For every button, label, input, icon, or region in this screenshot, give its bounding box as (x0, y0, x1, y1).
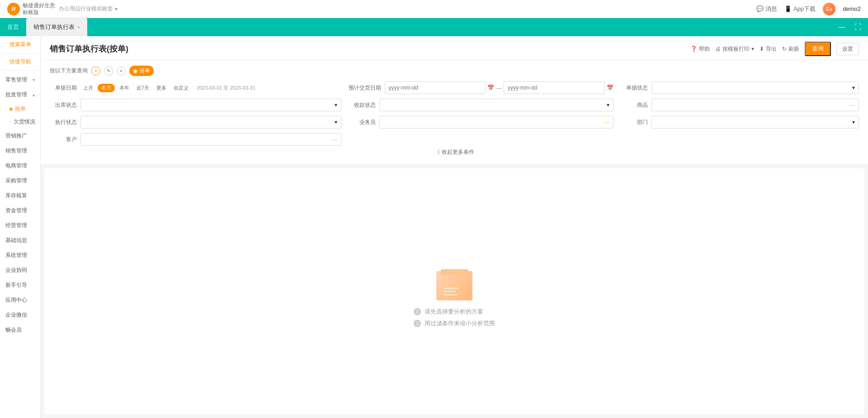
cal-icon-start: 📅 (487, 85, 494, 91)
salesperson-dots: ··· (604, 119, 609, 126)
empty-step-1: 1 请先选择要分析的方案 (414, 308, 483, 316)
sidebar-item-stock-check[interactable]: 库存核算 (0, 188, 40, 203)
retail-mgmt-label: 零售管理 (5, 76, 27, 84)
scheme-edit-btn[interactable]: ✎ (104, 66, 113, 76)
this-month-btn[interactable]: 本月 (98, 84, 115, 92)
scheme-add-btn[interactable]: + (91, 66, 100, 76)
custom-btn[interactable]: 自定义 (171, 84, 191, 92)
date-shortcuts: 上月 本月 本年 近7天 更多 自定义 (80, 84, 191, 92)
page-title: 销售订单执行表(按单) (50, 43, 128, 54)
payment-status-down: ▾ (607, 102, 609, 108)
app-download-action[interactable]: 📱 App下载 (784, 5, 816, 13)
cal-icon-end: 📅 (607, 85, 613, 91)
last-month-btn[interactable]: 上月 (80, 84, 96, 92)
filter-scheme-row: 按以下方案查询 + ✎ « ◉ 按单 (50, 66, 859, 76)
sidebar-item-purchase-mgmt[interactable]: 采购管理 (0, 173, 40, 188)
search-main-label: 查询 (812, 45, 824, 53)
goods-select[interactable]: ··· (651, 99, 859, 111)
salesperson-select[interactable]: ··· (379, 116, 613, 128)
avatar[interactable]: Ea (823, 3, 835, 15)
empty-step-2: 2 用过滤条件来缩小分析范围 (414, 319, 495, 328)
scheme-tag-按单[interactable]: ◉ 按单 (129, 66, 154, 76)
tab-minimize-btn[interactable]: — (835, 21, 848, 33)
step1-text: 请先选择要分析的方案 (425, 308, 483, 316)
business-mgmt-label: 经营管理 (5, 222, 27, 229)
sidebar-item-vip[interactable]: 畅会员 (0, 323, 40, 337)
stock-check-label: 库存核算 (5, 192, 27, 200)
scheme-label: 按单 (15, 105, 26, 113)
avatar-text: Ea (826, 6, 832, 12)
sidebar-item-enterprise-collab[interactable]: 企业协同 (0, 263, 40, 278)
order-status-down: ▾ (852, 85, 855, 91)
sidebar-item-basic-info[interactable]: 基础信息 (0, 233, 40, 248)
tab-close-icon[interactable]: × (77, 24, 80, 30)
app-download-label: App下载 (793, 5, 816, 13)
this-year-btn[interactable]: 本年 (117, 84, 132, 92)
expected-end-input[interactable] (504, 81, 605, 94)
sidebar-item-sales-mgmt[interactable]: 销售管理 (0, 143, 40, 158)
scheme-tag-dot: ◉ (133, 68, 137, 74)
export-btn[interactable]: ⬇ 导出 (760, 45, 777, 53)
tab-active[interactable]: 销售订单执行表 × (26, 18, 87, 36)
refresh-btn[interactable]: ↻ 刷新 (782, 45, 799, 53)
collapse-more-btn[interactable]: 《 收起更多条件 (50, 146, 859, 159)
scheme-collapse-btn[interactable]: « (117, 66, 126, 76)
export-icon: ⬇ (760, 46, 764, 52)
refresh-icon: ↻ (782, 46, 787, 52)
sidebar-item-wholesale-mgmt[interactable]: 批发管理 ▴ (0, 87, 40, 102)
filter-item-dept: 部门 ▾ (621, 116, 859, 128)
sidebar-item-scheme[interactable]: ◉ 按单 (5, 102, 40, 115)
refresh-label: 刷新 (788, 45, 799, 53)
goods-label: 商品 (621, 101, 648, 109)
collapse-label: 收起更多条件 (442, 148, 474, 156)
print-arrow: ▾ (751, 46, 754, 52)
sidebar-item-debt[interactable]: ○ 欠货情况 (5, 115, 40, 128)
last-7days-btn[interactable]: 近7天 (134, 84, 152, 92)
empty-text: 1 请先选择要分析的方案 2 用过滤条件来缩小分析范围 (414, 308, 495, 328)
exec-status-select[interactable]: ▾ (80, 116, 341, 128)
app-icon: 📱 (784, 5, 792, 12)
help-btn[interactable]: ❓ 帮助 (690, 45, 710, 53)
message-action[interactable]: 💬 消息 (756, 5, 777, 13)
tab-fullscreen-btn[interactable]: ⛶ (852, 21, 864, 33)
payment-status-select[interactable]: ▾ (379, 99, 613, 111)
expected-start-input[interactable] (385, 81, 486, 94)
sidebar-item-enterprise-wechat[interactable]: 企业微信 (0, 308, 40, 323)
sidebar-item-new-guide[interactable]: 新手引导 (0, 278, 40, 293)
exec-status-label: 执行状态 (50, 119, 77, 126)
tab-home[interactable]: 首页 (0, 18, 26, 36)
expected-delivery-label: 预计交货日期 (349, 84, 381, 92)
settings-main-btn[interactable]: 设置 (836, 43, 859, 55)
app-center-label: 应用中心 (5, 296, 27, 304)
sidebar: 搜索菜单 快捷导航 零售管理 ▾ 批发管理 ▴ ◉ 按单 ○ 欠货情况 (0, 36, 41, 418)
sidebar-item-app-center[interactable]: 应用中心 (0, 293, 40, 308)
sidebar-item-retail-mgmt[interactable]: 零售管理 ▾ (0, 72, 40, 87)
table-area: 1 请先选择要分析的方案 2 用过滤条件来缩小分析范围 (44, 168, 864, 414)
sidebar-item-marketing[interactable]: 营销推广 (0, 128, 40, 143)
customer-select[interactable]: ··· (80, 133, 341, 146)
print-btn[interactable]: 🖨 按模板打印 ▾ (715, 45, 754, 53)
filter-row-3: 执行状态 ▾ 业务员 ··· 部门 (50, 116, 859, 128)
more-btn[interactable]: 更多 (154, 84, 169, 92)
enterprise-collab-label: 企业协同 (5, 266, 27, 274)
order-status-select[interactable]: ▾ (651, 81, 859, 94)
breadcrumb[interactable]: 办公用品行业模拟账套 ▾ (59, 5, 118, 13)
logo-area: 好 畅捷通好生意 标账版 (7, 2, 55, 15)
exec-status-down: ▾ (335, 119, 337, 125)
sales-mgmt-label: 销售管理 (5, 147, 27, 155)
sidebar-quick-nav[interactable]: 快捷导航 (0, 53, 40, 71)
msg-icon: 💬 (756, 5, 764, 12)
dept-select[interactable]: ▾ (651, 116, 859, 128)
delivery-status-select[interactable]: ▾ (80, 99, 341, 111)
sidebar-item-ecom-mgmt[interactable]: 电商管理 (0, 158, 40, 173)
scheme-list: ◉ 按单 (129, 66, 154, 76)
sidebar-item-business-mgmt[interactable]: 经营管理 (0, 218, 40, 233)
step-num-1: 1 (414, 308, 421, 315)
sidebar-item-finance-mgmt[interactable]: 资金管理 (0, 203, 40, 218)
search-main-btn[interactable]: 查询 (805, 42, 831, 56)
page-actions: ❓ 帮助 🖨 按模板打印 ▾ ⬇ 导出 ↻ 刷新 查询 (690, 42, 859, 56)
finance-mgmt-label: 资金管理 (5, 207, 27, 214)
sidebar-item-system-mgmt[interactable]: 系统管理 (0, 248, 40, 263)
sidebar-search[interactable]: 搜索菜单 (0, 36, 40, 53)
order-status-label: 单据状态 (621, 84, 648, 92)
